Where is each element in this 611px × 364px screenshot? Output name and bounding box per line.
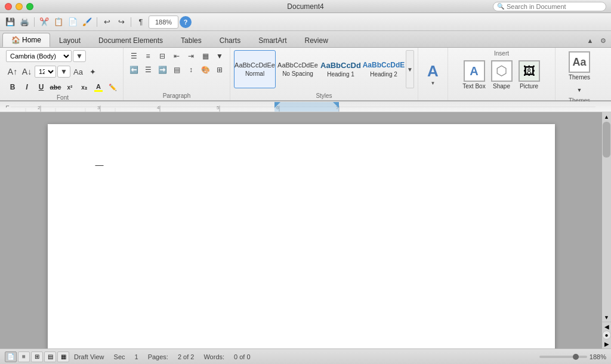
tab-smartart[interactable]: SmartArt xyxy=(249,33,295,47)
paragraph-group-label: Paragraph xyxy=(163,91,191,99)
scroll-up-button[interactable]: ▲ xyxy=(602,112,611,121)
subscript-button[interactable]: x₂ xyxy=(78,81,91,93)
scroll-down-button[interactable]: ▼ xyxy=(602,313,611,322)
scroll-track[interactable] xyxy=(602,121,611,313)
underline-button[interactable]: U xyxy=(35,81,48,93)
print-button[interactable]: 🖨️ xyxy=(18,16,31,29)
zoom-select-button[interactable]: 188% xyxy=(149,16,178,29)
shape-button[interactable]: ⬡ Shape xyxy=(489,59,515,91)
tab-layout[interactable]: Layout xyxy=(50,33,90,47)
window-title: Document4 xyxy=(287,2,323,11)
font-family-row: Cambria (Body) ▼ xyxy=(6,50,86,62)
save-button[interactable]: 💾 xyxy=(4,16,17,29)
search-area: 🔍 xyxy=(493,2,606,11)
ribbon-collapse-button[interactable]: ▲ xyxy=(585,35,595,46)
style-heading2[interactable]: AaBbCcDdE Heading 2 xyxy=(363,50,405,88)
redo-button[interactable]: ↪ xyxy=(115,16,128,29)
themes-label: Themes xyxy=(569,74,590,81)
svg-text:5: 5 xyxy=(217,105,220,110)
page-indicator-button[interactable]: ● xyxy=(602,331,611,340)
style-heading1-label: Heading 1 xyxy=(327,71,354,78)
document-content[interactable]: — xyxy=(95,160,507,169)
view-btn-print[interactable]: 📄 xyxy=(5,351,17,362)
view-btn-notebook[interactable]: ▤ xyxy=(44,351,56,362)
bold-button[interactable]: B xyxy=(6,81,19,93)
themes-button[interactable]: Aa Themes xyxy=(566,50,593,82)
align-buttons-row: ⬅️ ☰ ➡️ ▤ ↕ 🎨 ⊞ xyxy=(127,64,226,76)
undo-button[interactable]: ↩ xyxy=(100,16,113,29)
insert-group: Insert A Text Box ⬡ Shape 🖼 Picture xyxy=(448,48,556,100)
align-right-button[interactable]: ➡️ xyxy=(156,64,169,76)
close-button[interactable] xyxy=(5,3,12,10)
superscript-button[interactable]: x² xyxy=(63,81,76,93)
cut-button[interactable]: ✂️ xyxy=(38,16,51,29)
tab-tables[interactable]: Tables xyxy=(172,33,211,47)
font-family-select[interactable]: Cambria (Body) xyxy=(6,50,72,62)
document-canvas[interactable]: — xyxy=(0,112,602,348)
search-box[interactable]: 🔍 xyxy=(493,2,606,11)
zoom-thumb[interactable] xyxy=(573,354,579,360)
clear-formatting-button[interactable]: ✦ xyxy=(86,66,99,78)
borders-button[interactable]: ⊞ xyxy=(213,64,226,76)
decrease-font-size-button[interactable]: A↓ xyxy=(20,66,33,78)
align-center-button[interactable]: ☰ xyxy=(141,64,155,76)
change-case-button[interactable]: Aa xyxy=(72,66,85,78)
paragraph-dropdown[interactable]: ▼ xyxy=(213,50,226,62)
shape-icon: ⬡ xyxy=(491,60,513,82)
tab-charts[interactable]: Charts xyxy=(211,33,249,47)
font-size-dropdown[interactable]: ▼ xyxy=(57,66,70,78)
style-heading1[interactable]: AaBbCcDd Heading 1 xyxy=(320,50,362,88)
view-btn-draft[interactable]: ▦ xyxy=(57,351,69,362)
scroll-thumb[interactable] xyxy=(603,122,610,158)
format-paint-button[interactable]: 🖌️ xyxy=(81,16,94,29)
picture-button[interactable]: 🖼 Picture xyxy=(516,59,542,91)
font-group-label: Font xyxy=(57,93,69,101)
increase-indent-button[interactable]: ⇥ xyxy=(184,50,198,62)
zoom-slider[interactable] xyxy=(539,356,587,358)
next-page-button[interactable]: ▶ xyxy=(602,340,611,348)
ruler: ⌐ 2 3 4 5 6 7 xyxy=(0,101,611,112)
minimize-button[interactable] xyxy=(16,3,23,10)
document-page[interactable]: — xyxy=(48,124,555,348)
font-size-select[interactable]: 12 xyxy=(35,66,56,78)
font-color-button[interactable]: A xyxy=(92,81,105,93)
style-normal[interactable]: AaBbCcDdEe Normal xyxy=(234,50,276,88)
justify-button[interactable]: ▤ xyxy=(170,64,183,76)
tab-home[interactable]: 🏠 Home xyxy=(2,33,50,47)
prev-page-button[interactable]: ◀ xyxy=(602,322,611,331)
line-spacing-button[interactable]: ↕ xyxy=(184,64,198,76)
decrease-indent-button[interactable]: ⇤ xyxy=(170,50,183,62)
style-no-spacing[interactable]: AaBbCcDdEe No Spacing xyxy=(277,50,319,88)
show-all-button[interactable]: ▦ xyxy=(199,50,212,62)
align-left-button[interactable]: ⬅️ xyxy=(127,64,140,76)
view-btn-page-layout[interactable]: ⊞ xyxy=(31,351,43,362)
format-styles-button[interactable]: A ▼ xyxy=(427,62,439,86)
themes-dropdown-btn[interactable]: ▼ xyxy=(573,84,586,96)
outline-list-button[interactable]: ⊟ xyxy=(156,50,169,62)
highlight-button[interactable]: ✏️ xyxy=(106,81,119,93)
text-box-button[interactable]: A Text Box xyxy=(461,59,487,91)
ribbon-options-button[interactable]: ⚙ xyxy=(598,35,609,46)
italic-button[interactable]: I xyxy=(20,81,33,93)
numbered-list-button[interactable]: ≡ xyxy=(141,50,155,62)
paste-button[interactable]: 📄 xyxy=(66,16,79,29)
tab-review[interactable]: Review xyxy=(295,33,337,47)
pages-label: Pages: xyxy=(148,353,168,360)
view-btn-outline[interactable]: ≡ xyxy=(18,351,30,362)
fill-color-button[interactable]: 🎨 xyxy=(199,64,212,76)
help-button[interactable]: ? xyxy=(180,16,192,28)
search-input[interactable] xyxy=(507,3,602,10)
paragraph-marks-button[interactable]: ¶ xyxy=(134,16,147,29)
tab-stop-marker[interactable]: ⌐ xyxy=(6,103,10,109)
bullets-button[interactable]: ☰ xyxy=(127,50,140,62)
copy-button[interactable]: 📋 xyxy=(52,16,65,29)
svg-text:2: 2 xyxy=(38,105,41,110)
tab-document-elements[interactable]: Document Elements xyxy=(90,33,172,47)
font-family-dropdown[interactable]: ▼ xyxy=(73,50,86,62)
ruler-svg: 2 3 4 5 6 7 xyxy=(11,102,595,112)
increase-font-size-button[interactable]: A↑ xyxy=(6,66,19,78)
style-normal-label: Normal xyxy=(245,70,264,77)
strikethrough-button[interactable]: abc xyxy=(49,81,62,93)
maximize-button[interactable] xyxy=(26,3,33,10)
styles-scroll-button[interactable]: ▼ xyxy=(406,50,414,88)
